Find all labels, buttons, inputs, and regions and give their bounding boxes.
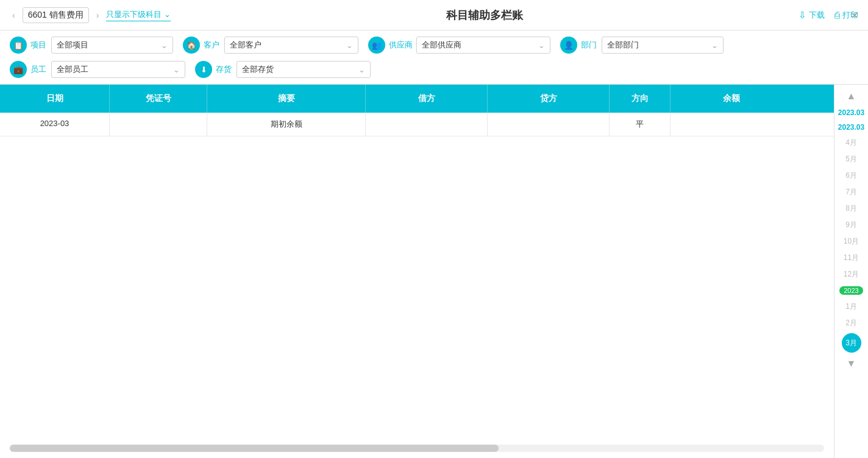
nav-month-9[interactable]: 9月: [834, 217, 868, 233]
inventory-label: 存货: [216, 64, 233, 75]
horizontal-scrollbar-area: [0, 439, 834, 458]
cell-summary: 期初余额: [207, 113, 366, 136]
account-code[interactable]: 6601 销售费用: [23, 7, 89, 23]
col-voucher: 凭证号: [110, 85, 207, 113]
horizontal-scrollbar[interactable]: [10, 445, 824, 452]
customer-filter: 🏠 客户 全部客户 ⌄: [183, 37, 358, 54]
supplier-arrow-icon: ⌄: [538, 41, 545, 50]
dept-select[interactable]: 全部部门 ⌄: [602, 37, 724, 54]
supplier-value: 全部供应商: [422, 40, 461, 51]
title-bar: ‹ 6601 销售费用 › 只显示下级科目 ⌄ 科目辅助多栏账 ⇩ 下载 ⎙ 打…: [0, 0, 868, 30]
col-date: 日期: [0, 85, 110, 113]
nav-month-8[interactable]: 8月: [834, 200, 868, 217]
col-direction: 方向: [610, 85, 671, 113]
table-header: 日期 凭证号 摘要 借方 贷方 方向 余额: [0, 85, 834, 113]
nav-month-7[interactable]: 7月: [834, 184, 868, 200]
cell-debit: [366, 113, 488, 136]
scrollbar-thumb: [10, 445, 499, 452]
col-credit: 贷方: [488, 85, 610, 113]
page-title: 科目辅助多栏账: [446, 8, 523, 23]
download-icon: ⇩: [799, 10, 806, 21]
supplier-filter: 👥 供应商 全部供应商 ⌄: [368, 37, 550, 54]
nav-month-11[interactable]: 11月: [834, 250, 868, 266]
project-value: 全部项目: [57, 40, 88, 51]
nav-up-button[interactable]: ▲: [834, 87, 868, 105]
inventory-select[interactable]: 全部存货 ⌄: [237, 61, 371, 78]
supplier-select[interactable]: 全部供应商 ⌄: [416, 37, 550, 54]
nav-selected-bottom[interactable]: 2023.03: [834, 120, 868, 135]
month-nav: ▲ 2023.03 2023.03 4月 5月 6月 7月 8月 9月 10月 …: [834, 85, 868, 458]
customer-arrow-icon: ⌄: [346, 41, 353, 50]
project-icon: 📋: [10, 37, 27, 54]
project-filter: 📋 项目 全部项目 ⌄: [10, 37, 173, 54]
employee-arrow-icon: ⌄: [173, 65, 180, 74]
inventory-value: 全部存货: [242, 64, 274, 75]
chevron-down-icon: ⌄: [164, 10, 171, 19]
cell-balance: [671, 113, 792, 136]
download-label: 下载: [809, 10, 825, 21]
dept-filter: 👤 部门 全部部门 ⌄: [560, 37, 724, 54]
inventory-filter: ⬇ 存货 全部存货 ⌄: [195, 61, 371, 78]
customer-icon: 🏠: [183, 37, 200, 54]
nav-selected-top[interactable]: 2023.03: [834, 105, 868, 120]
title-right: ⇩ 下载 ⎙ 打印 ×: [799, 10, 858, 21]
prev-account-btn[interactable]: ‹: [10, 9, 18, 21]
employee-icon: 💼: [10, 61, 27, 78]
inventory-arrow-icon: ⌄: [358, 65, 365, 74]
nav-down-button[interactable]: ▼: [834, 354, 868, 373]
title-left: ‹ 6601 销售费用 › 只显示下级科目 ⌄: [10, 7, 171, 23]
table-row[interactable]: 2023-03 期初余额 平: [0, 113, 834, 136]
show-sub-button[interactable]: 只显示下级科目 ⌄: [106, 9, 171, 21]
nav-month-4[interactable]: 4月: [834, 135, 868, 151]
customer-select[interactable]: 全部客户 ⌄: [224, 37, 358, 54]
cell-direction: 平: [610, 113, 671, 136]
employee-label: 员工: [30, 64, 48, 75]
filter-bar: 📋 项目 全部项目 ⌄ 🏠 客户 全部客户 ⌄ 👥 供应商 全部供应商 ⌄: [0, 30, 868, 85]
col-balance: 余额: [671, 85, 792, 113]
cell-credit: [488, 113, 610, 136]
close-button[interactable]: ×: [851, 9, 858, 23]
main-window: ‹ 6601 销售费用 › 只显示下级科目 ⌄ 科目辅助多栏账 ⇩ 下载 ⎙ 打…: [0, 0, 868, 458]
inventory-icon: ⬇: [195, 61, 212, 78]
employee-filter: 💼 员工 全部员工 ⌄: [10, 61, 185, 78]
print-icon: ⎙: [834, 10, 840, 20]
supplier-icon: 👥: [368, 37, 385, 54]
project-select[interactable]: 全部项目 ⌄: [51, 37, 173, 54]
next-account-btn[interactable]: ›: [94, 9, 102, 21]
dept-label: 部门: [581, 40, 598, 51]
employee-value: 全部员工: [57, 64, 88, 75]
show-sub-label: 只显示下级科目: [106, 9, 162, 20]
download-button[interactable]: ⇩ 下载: [799, 10, 825, 21]
customer-label: 客户: [204, 40, 221, 51]
customer-value: 全部客户: [230, 40, 261, 51]
nav-month-2[interactable]: 2月: [834, 315, 868, 331]
col-debit: 借方: [366, 85, 488, 113]
main-content: 日期 凭证号 摘要 借方 贷方 方向 余额 2023-03 期初余额 平: [0, 85, 868, 458]
dept-icon: 👤: [560, 37, 577, 54]
cell-voucher: [110, 113, 207, 136]
nav-month-6[interactable]: 6月: [834, 167, 868, 184]
cell-date: 2023-03: [0, 113, 110, 136]
nav-month-3-active[interactable]: 3月: [842, 333, 861, 353]
table-body: 2023-03 期初余额 平: [0, 113, 834, 439]
dept-arrow-icon: ⌄: [711, 41, 718, 50]
supplier-label: 供应商: [389, 40, 413, 51]
project-label: 项目: [30, 40, 48, 51]
nav-month-12[interactable]: 12月: [834, 266, 868, 283]
project-arrow-icon: ⌄: [161, 41, 168, 50]
employee-select[interactable]: 全部员工 ⌄: [51, 61, 185, 78]
year-badge: 2023: [839, 286, 863, 295]
col-summary: 摘要: [207, 85, 366, 113]
nav-month-1[interactable]: 1月: [834, 298, 868, 315]
nav-month-10[interactable]: 10月: [834, 233, 868, 250]
nav-month-5[interactable]: 5月: [834, 151, 868, 167]
table-area: 日期 凭证号 摘要 借方 贷方 方向 余额 2023-03 期初余额 平: [0, 85, 834, 458]
dept-value: 全部部门: [607, 40, 639, 51]
